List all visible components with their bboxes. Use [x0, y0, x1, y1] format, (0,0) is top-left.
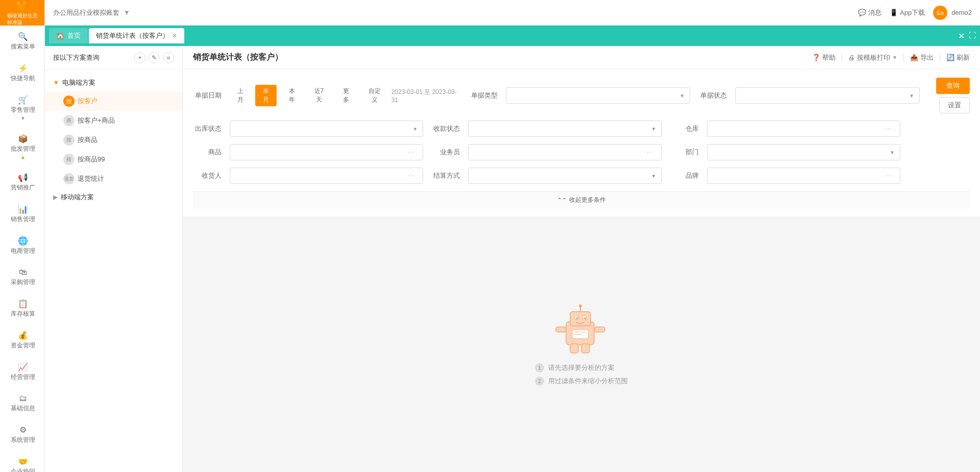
basic-icon: 🗂: [4, 394, 42, 403]
salesperson-input[interactable]: ···: [468, 144, 662, 160]
scheme-by-customer-goods[interactable]: 表 按客户+商品: [45, 111, 182, 130]
desktop-arrow-icon: ▼: [53, 79, 59, 86]
settings-button[interactable]: 设置: [939, 97, 970, 113]
header-title: 办公用品行业模拟账套: [53, 8, 119, 17]
divider-3: [940, 54, 940, 62]
print-icon: 🖨: [848, 54, 855, 61]
scheme-by-goods-99[interactable]: 按 按商品99: [45, 150, 182, 169]
order-type-select[interactable]: ▼: [506, 87, 691, 104]
export-btn[interactable]: 📤 导出: [910, 53, 934, 62]
by-customer-icon: 按: [63, 96, 75, 107]
warehouse-input[interactable]: ···: [707, 121, 900, 137]
sidebar-item-operations[interactable]: 📈 经营管理: [0, 356, 44, 388]
order-status-dropdown-icon: ▼: [909, 93, 914, 99]
tab-sales-stat[interactable]: 销货单统计表（按客户） ✕: [89, 28, 184, 43]
order-type-dropdown-icon: ▼: [679, 93, 684, 99]
logo[interactable]: 🧡 畅捷通好生意 标准版: [0, 0, 44, 26]
sidebar-item-ecommerce[interactable]: 🌐 电商管理: [0, 230, 44, 262]
empty-state: 1 请先选择要分析的方案 2 用过滤条件来缩小分析范围: [535, 304, 628, 386]
goods-input[interactable]: ···: [230, 144, 423, 160]
receipt-status-select[interactable]: ▼: [468, 121, 662, 137]
help-btn[interactable]: ❓ 帮助: [812, 53, 836, 62]
download-icon: 📱: [890, 9, 898, 16]
tab-bar: 🏠 首页 销货单统计表（按客户） ✕ ✕ ⛶: [45, 26, 980, 46]
sidebar-item-retail[interactable]: 🛒 零售管理 ▼: [0, 89, 44, 128]
scheme-by-customer[interactable]: 按 按客户: [45, 91, 182, 111]
brand-dots-icon[interactable]: ···: [885, 171, 895, 180]
page-title: 销货单统计表（按客户）: [193, 52, 283, 63]
message-btn[interactable]: 💬 消息: [858, 8, 881, 17]
filter-row-4: 收货人 ··· 结算方式 ▼ 品牌 ···: [193, 168, 970, 184]
close-window-icon[interactable]: ✕: [958, 31, 965, 41]
brand-input[interactable]: ···: [707, 168, 900, 184]
sidebar-item-enterprise[interactable]: 🤝 企业协同: [0, 451, 44, 472]
enterprise-icon: 🤝: [4, 457, 42, 466]
scheme-tree: ▼ 电脑端方案 按 按客户 表 按客户+商品 按 按商品: [45, 70, 182, 210]
print-btn[interactable]: 🖨 按模板打印 ▼: [848, 53, 897, 62]
goods-dots-icon[interactable]: ···: [408, 148, 418, 157]
app-download-btn[interactable]: 📱 App下载: [890, 8, 925, 17]
tab-close-icon[interactable]: ✕: [172, 32, 177, 39]
by-customer-goods-label: 按客户+商品: [78, 116, 115, 125]
this-month-btn[interactable]: 本月: [255, 85, 277, 106]
collapse-bar[interactable]: ⌃⌃ 收起更多条件: [193, 191, 970, 208]
department-select[interactable]: ▼: [707, 144, 900, 160]
mobile-section-header[interactable]: ▶ 移动端方案: [45, 188, 182, 206]
sidebar-item-inventory[interactable]: 📋 库存核算: [0, 293, 44, 324]
left-panel-actions: + ✎ «: [134, 52, 174, 63]
this-year-btn[interactable]: 本年: [281, 85, 302, 106]
tab-home[interactable]: 🏠 首页: [49, 28, 88, 43]
receipt-status-label: 收款状态: [431, 124, 460, 133]
desktop-section-header[interactable]: ▼ 电脑端方案: [45, 74, 182, 91]
receiver-dots-icon[interactable]: ···: [408, 171, 418, 180]
warehouse-dots-icon[interactable]: ···: [885, 124, 895, 133]
settlement-select[interactable]: ▼: [468, 168, 662, 184]
dropdown-arrow-icon[interactable]: ▼: [124, 9, 130, 16]
order-status-select[interactable]: ▼: [735, 87, 920, 104]
sidebar-item-quick-nav[interactable]: ⚡ 快捷导航: [0, 57, 44, 89]
last-7-days-btn[interactable]: 近7天: [307, 85, 331, 106]
settlement-dropdown-icon: ▼: [651, 173, 656, 179]
sidebar-item-purchase[interactable]: 🛍 采购管理: [0, 262, 44, 293]
by-customer-label: 按客户: [78, 97, 97, 106]
settlement-label: 结算方式: [431, 171, 460, 180]
department-label: 部门: [670, 148, 699, 157]
tab-bar-actions: ✕ ⛶: [958, 31, 976, 41]
query-button[interactable]: 查询: [936, 78, 970, 94]
sidebar-item-basic[interactable]: 🗂 基础信息: [0, 388, 44, 419]
system-icon: ⚙: [4, 425, 42, 435]
sidebar-item-system[interactable]: ⚙ 系统管理: [0, 419, 44, 451]
page-title-actions: ❓ 帮助 🖨 按模板打印 ▼ 📤 导出: [812, 53, 970, 62]
salesperson-label: 业务员: [431, 148, 460, 157]
collapse-panel-btn[interactable]: «: [163, 52, 174, 63]
marketing-icon: 📢: [4, 173, 42, 182]
hint-num-2: 2: [535, 376, 544, 386]
scheme-by-goods[interactable]: 按 按商品: [45, 130, 182, 150]
maximize-icon[interactable]: ⛶: [969, 31, 976, 41]
more-btn[interactable]: 更多: [335, 85, 357, 106]
custom-btn[interactable]: 自定义: [361, 85, 388, 106]
right-actions: 查询 设置: [936, 78, 970, 113]
sidebar-item-wholesale[interactable]: 📦 批发管理 ▲: [0, 128, 44, 167]
last-month-btn[interactable]: 上月: [230, 85, 251, 106]
sidebar-item-sales[interactable]: 📊 销售管理: [0, 198, 44, 230]
user-area[interactable]: Ea demo2: [933, 6, 972, 20]
scheme-return-stat[interactable]: 退货 退货统计: [45, 169, 182, 188]
collapse-up-icon: ⌃⌃: [557, 197, 567, 204]
operations-icon: 📈: [4, 362, 42, 372]
sidebar-item-search-menu[interactable]: 🔍 搜索菜单: [0, 26, 44, 57]
avatar: Ea: [933, 6, 947, 20]
filter-row-2: 出库状态 ▼ 收款状态 ▼ 仓库 ···: [193, 121, 970, 137]
refresh-btn[interactable]: 🔄 刷新: [946, 53, 970, 62]
out-status-select[interactable]: ▼: [230, 121, 423, 137]
export-icon: 📤: [910, 54, 918, 61]
left-panel-header: 按以下方案查询 + ✎ «: [45, 46, 182, 70]
home-icon: 🏠: [56, 32, 64, 40]
logo-text: 畅捷通好生意 标准版: [7, 12, 38, 26]
receiver-input[interactable]: ···: [230, 168, 423, 184]
salesperson-dots-icon[interactable]: ···: [646, 148, 656, 157]
sidebar-item-finance[interactable]: 💰 资金管理: [0, 324, 44, 356]
edit-scheme-btn[interactable]: ✎: [149, 52, 160, 63]
add-scheme-btn[interactable]: +: [134, 52, 145, 63]
sidebar-item-marketing[interactable]: 📢 营销推广: [0, 167, 44, 198]
